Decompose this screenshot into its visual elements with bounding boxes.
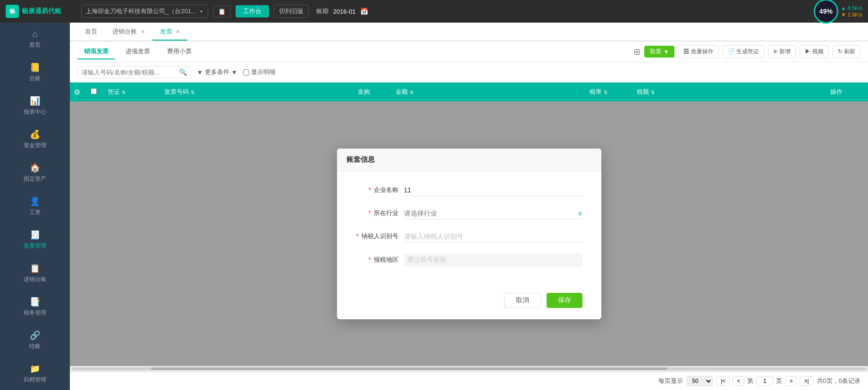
ticket-button[interactable]: 取票 ▼ xyxy=(644,46,674,58)
sidebar-item-purchase-sales[interactable]: 📋 进销台账 xyxy=(0,257,70,290)
show-detail-label[interactable]: 显示明细 xyxy=(243,68,276,76)
logo-text: 畅康通易代账 xyxy=(22,7,61,16)
sidebar-item-finance[interactable]: 💰 资金管理 xyxy=(0,123,70,156)
th-amount-label: 金额 xyxy=(396,88,408,96)
batch-op-label: 批量操作 xyxy=(691,48,714,55)
th-voucher-sort[interactable]: ⇅ xyxy=(122,90,126,95)
search-input-wrap: 🔍 xyxy=(77,66,191,78)
sub-tab-purchase-invoice[interactable]: 进项发票 xyxy=(119,44,157,59)
reports-icon: 📊 xyxy=(30,96,40,106)
archive-icon: 📁 xyxy=(30,364,40,374)
industry-select[interactable]: ∨ xyxy=(404,207,582,219)
batch-op-icon: ☰ xyxy=(683,48,689,55)
sidebar-item-tax[interactable]: 📑 税务管理 xyxy=(0,290,70,324)
sidebar-label-closing: 结账 xyxy=(29,342,41,350)
company-name-input[interactable] xyxy=(404,184,582,196)
tax-icon: 📑 xyxy=(30,297,40,307)
th-amount-sort[interactable]: ⇅ xyxy=(410,90,413,95)
tab-bar: 首页 进销台账 ✕ 发票 ✕ xyxy=(70,23,868,41)
copy-button[interactable]: 📋 xyxy=(213,6,231,17)
sub-tab-expense-label: 费用小票 xyxy=(167,48,192,55)
th-operation: 操作 xyxy=(826,88,864,96)
th-tax-amount-sort[interactable]: ⇅ xyxy=(651,90,655,95)
sidebar-item-archive[interactable]: 📁 归档管理 xyxy=(0,357,70,390)
sidebar-item-assets[interactable]: 🏠 固定资产 xyxy=(0,156,70,190)
generate-voucher-button[interactable]: 📄 生成凭证 xyxy=(723,45,764,58)
form-row-tax-region: * 报税地区 通过税号获取 xyxy=(356,254,582,266)
next-page-button[interactable]: > xyxy=(785,376,797,386)
sidebar-item-closing[interactable]: 🔗 结账 xyxy=(0,324,70,357)
grid-icon[interactable]: ⊞ xyxy=(633,47,640,57)
first-page-button[interactable]: |< xyxy=(716,376,730,386)
tab-purchase-sales-close[interactable]: ✕ xyxy=(141,29,145,34)
sidebar-label-tax: 税务管理 xyxy=(24,309,46,317)
ticket-dropdown-arrow: ▼ xyxy=(663,49,669,55)
sub-tab-sales-invoice[interactable]: 销项发票 xyxy=(77,44,115,59)
refresh-button[interactable]: ↻ 刷新 xyxy=(833,45,860,58)
company-name-required: * xyxy=(369,186,371,193)
sub-tab-actions: ⊞ 取票 ▼ ☰ 批量操作 📄 生成凭证 ⊕ 新增 ▶ xyxy=(633,45,860,58)
old-version-button[interactable]: 切到旧版 xyxy=(274,5,309,18)
filter-icon: ▼ xyxy=(197,69,203,76)
sidebar-item-salary[interactable]: 👤 工资 xyxy=(0,190,70,223)
workbench-button[interactable]: 工作台 xyxy=(236,5,269,17)
tax-region-field: 通过税号获取 xyxy=(404,254,582,266)
filter-more-arrow: ▼ xyxy=(231,69,237,76)
sidebar-item-reports[interactable]: 📊 报表中心 xyxy=(0,89,70,123)
modal-header: 账套信息 xyxy=(337,149,601,171)
form-row-industry: * 所在行业 ∨ xyxy=(356,207,582,219)
th-invoice-num-sort[interactable]: ⇅ xyxy=(191,90,194,95)
add-new-icon: ⊕ xyxy=(773,48,778,55)
search-input[interactable] xyxy=(82,69,176,76)
company-selector[interactable]: 上海卯金刀电子科技有限公司_（台201... ▼ xyxy=(81,5,208,18)
video-button[interactable]: ▶ 视频 xyxy=(800,45,828,58)
th-tax-amount-label: 税额 xyxy=(637,88,649,96)
tab-invoice[interactable]: 发票 ✕ xyxy=(152,24,188,41)
sub-tab-expense[interactable]: 费用小票 xyxy=(160,44,198,59)
filter-more-button[interactable]: ▼ 更多条件 ▼ xyxy=(197,68,237,76)
sub-tab-sales-invoice-label: 销项发票 xyxy=(84,48,109,55)
network-stats: ▲ 8.5K/s ▼ 2.6K/s xyxy=(841,5,862,17)
sidebar-item-ledger[interactable]: 📒 总账 xyxy=(0,56,70,89)
sidebar-item-invoice[interactable]: 🧾 发票管理 xyxy=(0,223,70,257)
assets-icon: 🏠 xyxy=(30,163,40,173)
salary-icon: 👤 xyxy=(30,196,40,207)
company-name-label: * 企业名称 xyxy=(356,186,398,194)
page-input[interactable] xyxy=(756,376,773,386)
table-header: ⚙ 凭证 ⇅ 发票号码 ⇅ 发购 金额 ⇅ 税率 ⇅ xyxy=(70,83,868,101)
select-all-checkbox[interactable] xyxy=(91,88,97,94)
prev-page-button[interactable]: < xyxy=(733,376,744,386)
industry-select-input[interactable] xyxy=(404,209,578,217)
last-page-button[interactable]: >| xyxy=(800,376,813,386)
refresh-icon: ↻ xyxy=(838,48,843,55)
settings-col-icon[interactable]: ⚙ xyxy=(74,88,80,96)
sidebar-item-home[interactable]: ⌂ 首页 xyxy=(0,23,70,56)
tax-id-input[interactable] xyxy=(404,231,582,242)
th-tax-rate-sort[interactable]: ⇅ xyxy=(604,90,607,95)
sub-tabs: 销项发票 进项发票 费用小票 xyxy=(77,44,198,59)
form-row-tax-id: * 纳税人识别号 xyxy=(356,231,582,242)
speed-circle: 49% xyxy=(814,0,838,24)
period-label: 账期 xyxy=(316,7,329,16)
tab-invoice-label: 发票 xyxy=(160,28,172,35)
cancel-button[interactable]: 取消 xyxy=(504,293,541,308)
filter-more-label: 更多条件 xyxy=(205,68,229,76)
show-detail-checkbox[interactable] xyxy=(243,69,249,75)
per-page-select[interactable]: 50 100 xyxy=(687,376,713,386)
scrollbar-thumb[interactable] xyxy=(151,367,667,370)
top-right-area: 49% ▲ 8.5K/s ▼ 2.6K/s xyxy=(814,0,862,24)
sidebar-label-assets: 固定资产 xyxy=(24,175,46,183)
sub-tab-purchase-invoice-label: 进项发票 xyxy=(126,48,150,55)
ledger-icon: 📒 xyxy=(30,62,40,73)
tab-purchase-sales[interactable]: 进销台账 ✕ xyxy=(105,24,152,41)
tab-home[interactable]: 首页 xyxy=(77,24,105,41)
add-new-button[interactable]: ⊕ 新增 xyxy=(768,45,796,58)
tab-invoice-close[interactable]: ✕ xyxy=(176,29,180,34)
batch-operation-button[interactable]: ☰ 批量操作 xyxy=(678,45,718,58)
scrollbar-track xyxy=(72,367,866,370)
calendar-icon[interactable]: 📅 xyxy=(360,8,368,15)
save-button[interactable]: 保存 xyxy=(547,293,582,308)
add-new-label: 新增 xyxy=(779,48,791,55)
search-icon[interactable]: 🔍 xyxy=(179,68,187,76)
sidebar-label-reports: 报表中心 xyxy=(24,108,46,116)
